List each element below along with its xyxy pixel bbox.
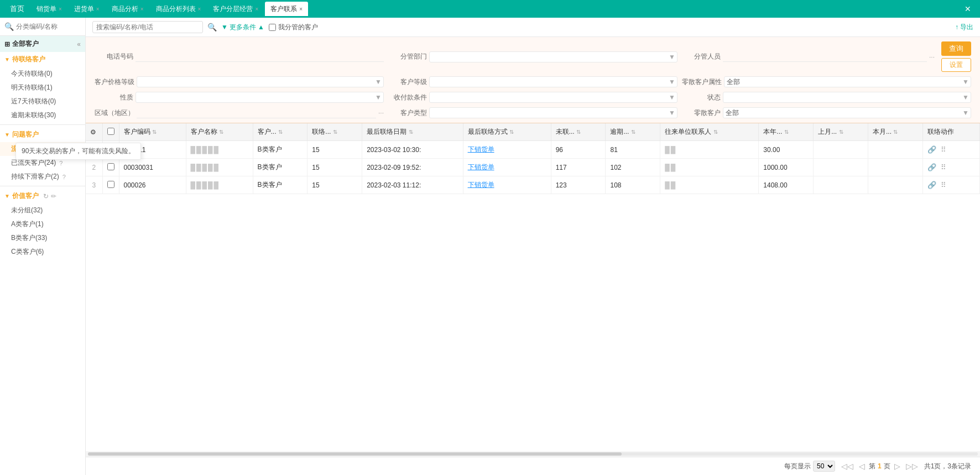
query-button[interactable]: 查询 xyxy=(941,41,971,56)
action-icon-grid-1[interactable]: ⠿ xyxy=(941,163,946,171)
close-tab-analysis-list[interactable]: × xyxy=(198,6,201,12)
th-overdue[interactable]: 逾期... ⇅ xyxy=(606,123,660,141)
close-tab-customer-contact[interactable]: × xyxy=(299,6,303,12)
row-checkbox-2[interactable] xyxy=(107,181,114,188)
scrollbar-thumb[interactable] xyxy=(88,452,622,456)
horizontal-scrollbar[interactable] xyxy=(86,451,980,457)
next-page-button[interactable]: ▷ xyxy=(893,462,902,471)
edit-icon[interactable]: ✏ xyxy=(51,192,56,200)
close-all-tabs-icon[interactable]: ✕ xyxy=(960,4,976,13)
nav-tab-customer-tier[interactable]: 客户分层经营 × xyxy=(207,2,264,16)
td-contact-2: 15 xyxy=(307,176,362,194)
table-footer: 每页显示 50 ◁◁ ◁ 第 1 页 ▷ ▷▷ 共1页，3条记录 xyxy=(86,457,980,475)
td-actions-2: 🔗 ⠿ xyxy=(922,176,979,194)
close-tab-analysis[interactable]: × xyxy=(140,6,144,12)
nav-tab-purchase[interactable]: 进货单 × xyxy=(69,2,105,16)
td-checkbox-1[interactable] xyxy=(102,159,119,176)
manager-dots[interactable]: ··· xyxy=(929,53,935,61)
zero-attr-select-wrap: 全部 ▼ xyxy=(724,76,971,87)
arrow-icon-pending: ▼ xyxy=(4,56,10,62)
sort-icon-name: ⇅ xyxy=(219,129,223,135)
price-level-select[interactable] xyxy=(137,76,384,87)
filter-icon: ▼ xyxy=(221,23,228,31)
zero-attr-select[interactable]: 全部 xyxy=(724,76,971,87)
region-input[interactable] xyxy=(137,108,376,118)
nav-home[interactable]: 首页 xyxy=(4,4,30,14)
sidebar-item-declining[interactable]: 持续下滑客户(2) ? xyxy=(0,170,85,184)
sidebar-group-header-problem[interactable]: ▼ 问题客户 xyxy=(0,127,85,142)
sidebar-all-customers[interactable]: ⊞ 全部客户 « xyxy=(0,36,85,52)
th-name[interactable]: 客户名称 ⇅ xyxy=(186,123,253,141)
close-tab-purchase[interactable]: × xyxy=(96,6,100,12)
customer-level-select[interactable] xyxy=(429,76,677,87)
status-select[interactable] xyxy=(723,92,971,103)
sort-icon-method: ⇅ xyxy=(509,129,514,135)
sidebar-item-today[interactable]: 今天待联络(0) xyxy=(0,67,85,81)
sidebar-item-ungrouped[interactable]: 未分组(32) xyxy=(0,203,85,217)
table-row: 2 00030031 █████ B类客户 15 2023-02-09 19:5… xyxy=(86,159,980,176)
td-method-1[interactable]: 下销货单 xyxy=(463,159,551,176)
th-no-contact[interactable]: 未联... ⇅ xyxy=(551,123,606,141)
sidebar-item-tomorrow[interactable]: 明天待联络(1) xyxy=(0,81,85,95)
nav-tab-sales[interactable]: 销货单 × xyxy=(31,2,67,16)
sidebar-item-week[interactable]: 近7天待联络(0) xyxy=(0,95,85,108)
sidebar-group-header-pending[interactable]: ▼ 待联络客户 xyxy=(0,52,85,67)
my-customers-checkbox-label[interactable]: 我分管的客户 xyxy=(269,23,318,32)
per-page-select[interactable]: 50 xyxy=(813,461,835,472)
scrollbar-track[interactable] xyxy=(88,452,978,456)
payment-select[interactable] xyxy=(429,92,677,103)
nav-tab-customer-contact[interactable]: 客户联系 × xyxy=(265,2,308,16)
th-last-month[interactable]: 上月... ⇅ xyxy=(814,123,868,141)
th-this-year[interactable]: 本年... ⇅ xyxy=(759,123,814,141)
last-page-button[interactable]: ▷▷ xyxy=(904,462,920,471)
action-icon-link-2[interactable]: 🔗 xyxy=(927,181,936,189)
refresh-icon[interactable]: ↻ xyxy=(43,192,49,200)
th-last-contact-method[interactable]: 最后联络方式 ⇅ xyxy=(463,123,551,141)
churn-tooltip: 90天未交易的客户，可能有流失风险。 xyxy=(15,143,86,160)
action-icon-link-1[interactable]: 🔗 xyxy=(927,163,936,171)
td-checkbox-2[interactable] xyxy=(102,176,119,194)
export-button[interactable]: ↑ 导出 xyxy=(955,23,973,32)
dept-select[interactable] xyxy=(429,51,677,62)
filter-search-button[interactable]: 🔍 xyxy=(207,23,217,32)
sidebar-item-class-c[interactable]: C类客户(6) xyxy=(0,245,85,259)
select-all-checkbox[interactable] xyxy=(107,128,114,135)
th-last-contact-date[interactable]: 最后联络日期 ⇅ xyxy=(362,123,463,141)
sidebar-item-overdue-contact[interactable]: 逾期未联络(30) xyxy=(0,108,85,122)
filter-more-conditions-button[interactable]: ▼ 更多条件 ▲ xyxy=(221,23,264,32)
action-icon-link-0[interactable]: 🔗 xyxy=(927,145,936,154)
nav-tab-analysis-list[interactable]: 商品分析列表 × xyxy=(150,2,207,16)
customer-type-select[interactable] xyxy=(429,107,677,118)
th-code[interactable]: 客户编码 ⇅ xyxy=(119,123,186,141)
th-contact[interactable]: 联络... ⇅ xyxy=(307,123,362,141)
sidebar-item-class-b[interactable]: B类客户(33) xyxy=(0,231,85,245)
action-icon-grid-2[interactable]: ⠿ xyxy=(941,181,946,189)
td-last-month-2 xyxy=(814,176,868,194)
nature-select-wrap: ▼ xyxy=(135,92,384,103)
td-method-0[interactable]: 下销货单 xyxy=(463,141,551,159)
settings-button[interactable]: 设置 xyxy=(941,58,971,72)
filter-search-input[interactable] xyxy=(92,21,203,33)
th-contact-person[interactable]: 往来单位联系人 ⇅ xyxy=(660,123,759,141)
prev-page-button[interactable]: ◁ xyxy=(857,462,867,471)
close-tab-sales[interactable]: × xyxy=(59,6,62,12)
sort-icon-this-month: ⇅ xyxy=(893,129,898,135)
close-tab-customer-tier[interactable]: × xyxy=(255,6,258,12)
zero-customer-select[interactable]: 全部 xyxy=(723,107,971,118)
th-settings[interactable]: ⚙ xyxy=(86,123,102,141)
my-customers-checkbox[interactable] xyxy=(269,24,276,31)
sidebar-item-class-a[interactable]: A类客户(1) xyxy=(0,217,85,231)
th-type[interactable]: 客户... ⇅ xyxy=(253,123,307,141)
nav-tab-analysis[interactable]: 商品分析 × xyxy=(106,2,149,16)
region-dots[interactable]: ··· xyxy=(378,109,384,117)
th-this-month[interactable]: 本月... ⇅ xyxy=(868,123,923,141)
sidebar-group-header-value[interactable]: ▼ 价值客户 ↻ ✏ xyxy=(0,189,85,203)
row-checkbox-1[interactable] xyxy=(107,163,114,170)
first-page-button[interactable]: ◁◁ xyxy=(840,462,855,471)
td-method-2[interactable]: 下销货单 xyxy=(463,176,551,194)
nature-select[interactable] xyxy=(135,92,384,103)
manager-input[interactable] xyxy=(723,51,927,62)
sidebar-search-input[interactable] xyxy=(16,23,81,30)
action-icon-grid-0[interactable]: ⠿ xyxy=(941,145,946,154)
phone-input[interactable] xyxy=(135,51,384,62)
